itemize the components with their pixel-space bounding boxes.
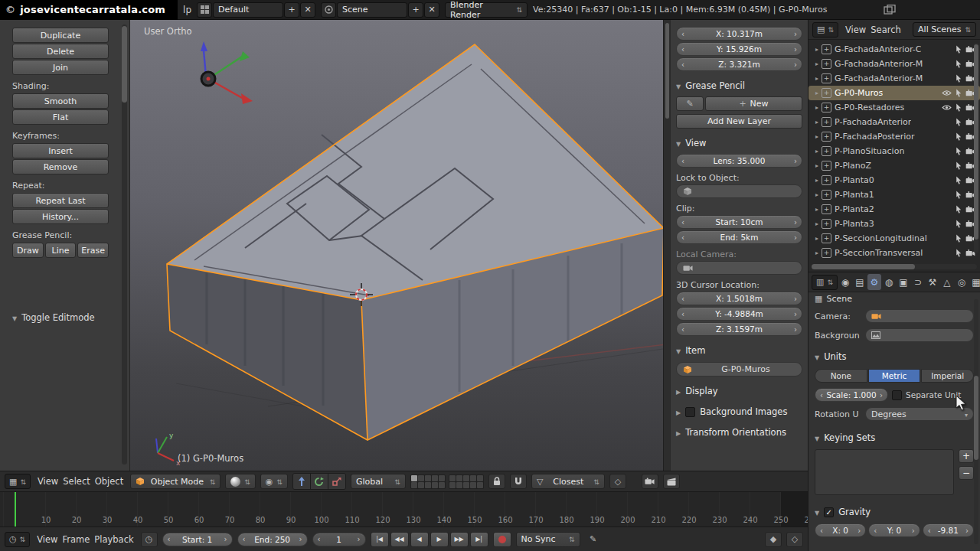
layer-toggle[interactable] <box>449 482 456 488</box>
current-frame-field[interactable]: 1 <box>312 533 366 546</box>
properties-editor-selector[interactable]: ▥ <box>812 275 838 290</box>
outliner-scope-dropdown[interactable]: All Scenes <box>913 22 976 37</box>
tool-shelf-button[interactable]: Line <box>45 243 77 258</box>
timeline-editor-selector[interactable]: ◷ <box>5 532 30 547</box>
frame-start-field[interactable]: Start: 1 <box>162 533 233 546</box>
tool-shelf-button[interactable]: Repeat Last <box>12 193 109 208</box>
outliner-row[interactable]: ▸ + P-Planta3 <box>808 217 980 231</box>
add-new-layer-button[interactable]: Add New Layer <box>676 114 802 129</box>
expander-icon[interactable]: ▸ <box>815 249 818 256</box>
lock-object-field[interactable] <box>676 184 802 198</box>
expander-icon[interactable]: ▸ <box>815 133 818 140</box>
tool-shelf-button[interactable]: Delete <box>12 44 109 59</box>
outliner-editor-selector[interactable]: ▤ <box>812 22 838 37</box>
unit-scale-field[interactable]: Scale: 1.000 <box>815 388 888 402</box>
layer-toggle[interactable] <box>439 475 445 481</box>
new-grease-pencil-button[interactable]: + New <box>705 96 802 111</box>
properties-vscrollbar[interactable] <box>974 299 978 544</box>
properties-vscrollbar-thumb[interactable] <box>974 376 978 460</box>
cursor-select-icon[interactable] <box>955 132 962 141</box>
layer-toggle[interactable] <box>411 482 417 488</box>
add-scene-button[interactable]: + <box>408 2 423 18</box>
tool-shelf-button[interactable]: Remove <box>12 159 109 174</box>
layer-toggle[interactable] <box>449 475 456 481</box>
delete-keyframe-button[interactable]: ◇ <box>786 532 803 547</box>
cursor-select-icon[interactable] <box>955 176 962 184</box>
tool-shelf-button[interactable]: Flat <box>12 109 109 125</box>
remove-keying-set-button[interactable]: − <box>959 466 974 480</box>
outliner-row[interactable]: ▸ + G-P0-Muros <box>808 86 980 100</box>
transform-field[interactable]: Y: 15.926m <box>676 42 802 56</box>
view3d-menu[interactable]: View <box>35 476 60 487</box>
gravity-panel-header[interactable]: Gravity <box>815 506 974 518</box>
expander-icon[interactable]: ▸ <box>815 148 818 155</box>
layer-toggle[interactable] <box>439 482 445 488</box>
eye-icon[interactable] <box>942 104 952 111</box>
expander-icon[interactable]: ▸ <box>815 235 818 242</box>
close-layout-button[interactable]: ✕ <box>300 2 315 18</box>
properties-tab-render[interactable]: ◉ <box>838 274 852 290</box>
cursor-select-icon[interactable] <box>955 147 962 155</box>
layer-toggle[interactable] <box>432 482 438 488</box>
expander-icon[interactable]: ▸ <box>815 60 818 67</box>
transform-field[interactable]: Z: 3.321m <box>676 57 802 71</box>
transform-orientations-panel-header[interactable]: Transform Orientations <box>676 426 802 439</box>
use-preview-range-button[interactable]: ◷ <box>141 532 158 547</box>
layer-toggle[interactable] <box>477 475 483 481</box>
expander-icon[interactable]: ▸ <box>815 220 818 227</box>
tool-shelf-button[interactable]: Duplicate <box>12 28 109 43</box>
outliner-vscrollbar[interactable] <box>974 43 978 253</box>
properties-tab-texture[interactable]: ▦ <box>969 274 980 290</box>
orientation-dropdown[interactable]: Global <box>351 474 406 489</box>
view3d-menu[interactable]: Select <box>60 476 92 487</box>
expander-icon[interactable]: ▸ <box>815 191 818 198</box>
layer-toggle[interactable] <box>411 475 417 481</box>
transport-button[interactable]: |◀ <box>371 532 389 547</box>
background-set-field[interactable] <box>865 328 974 342</box>
outliner-menu[interactable]: Search <box>868 24 903 35</box>
separate-unit-checkbox[interactable] <box>892 390 902 400</box>
outliner-row[interactable]: ▸ + G-FachadaAnterior-M <box>808 71 980 86</box>
outliner-row[interactable]: ▸ + P-FachadaPosterior <box>808 129 980 144</box>
cursor-select-icon[interactable] <box>955 60 962 68</box>
properties-tab-scene[interactable]: ⚙ <box>867 274 881 290</box>
background-images-panel-header[interactable]: Background Images <box>676 406 802 418</box>
cursor-select-icon[interactable] <box>955 220 962 228</box>
npanel-scrollbar-thumb[interactable] <box>665 23 669 119</box>
keying-set-button[interactable]: ✎ <box>585 532 602 547</box>
scene-browse-button[interactable] <box>321 2 336 18</box>
screen-layout-browse-button[interactable] <box>197 2 212 18</box>
layer-toggle[interactable] <box>425 475 431 481</box>
insert-keyframe-button[interactable]: ◆ <box>765 532 782 547</box>
properties-tab-data[interactable]: △ <box>940 274 954 290</box>
outliner-row[interactable]: ▸ + P-Planta0 <box>808 173 980 187</box>
units-option-imperial[interactable]: Imperial <box>921 369 974 383</box>
window-duplicate-icon[interactable] <box>884 5 896 15</box>
timeline-menu[interactable]: Frame <box>60 534 92 545</box>
tool-shelf-button[interactable]: History... <box>12 209 109 224</box>
outliner-row[interactable]: ▸ + P-SeccionTransversal <box>808 246 980 260</box>
gravity-field[interactable]: -9.81 <box>923 523 974 537</box>
background-images-checkbox[interactable] <box>685 407 695 417</box>
scene-name-field[interactable]: Scene <box>337 2 407 18</box>
cursor-select-icon[interactable] <box>955 161 962 170</box>
outliner-row[interactable]: ▸ + P-SeccionLongitudinal <box>808 231 980 246</box>
outliner-row[interactable]: ▸ + P-FachadaAnterior <box>808 115 980 129</box>
cursor-select-icon[interactable] <box>955 205 962 214</box>
outliner-row[interactable]: ▸ + P-Planta2 <box>808 202 980 217</box>
timeline-menu[interactable]: View <box>34 534 60 545</box>
layer-toggle[interactable] <box>456 482 462 488</box>
gravity-field[interactable]: X: 0 <box>815 523 866 537</box>
expander-icon[interactable]: ▸ <box>815 162 818 169</box>
local-camera-field[interactable] <box>676 261 802 275</box>
grease-pencil-panel-header[interactable]: Grease Pencil <box>676 80 802 92</box>
timeline-ruler[interactable]: 1020304050607080901001101201301401501601… <box>0 491 808 527</box>
record-button[interactable] <box>493 532 511 547</box>
item-panel-header[interactable]: Item <box>676 344 802 357</box>
tool-shelf-button[interactable]: Smooth <box>12 93 109 109</box>
opengl-render-anim-button[interactable] <box>663 474 680 489</box>
layer-toggle[interactable] <box>470 475 476 481</box>
tool-shelf-button[interactable]: Insert <box>12 143 109 158</box>
opengl-render-image-button[interactable] <box>642 474 658 489</box>
layer-toggle[interactable] <box>418 482 424 488</box>
